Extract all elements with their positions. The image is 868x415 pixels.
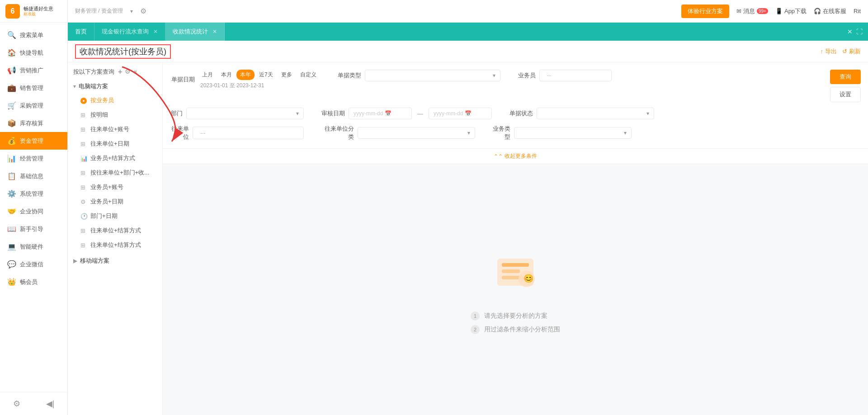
- scheme-settings-icon[interactable]: ⚙: [125, 68, 131, 76]
- main-area: 财务管理 / 资金管理 ▾ ⚙ 体验行业方案 ✉ 消息 99+ 📱 App下载 …: [68, 0, 868, 415]
- user-label[interactable]: Rit: [854, 8, 861, 14]
- business-type-select[interactable]: ▾: [514, 127, 632, 139]
- refresh-label: 刷新: [849, 47, 861, 56]
- counterpart-category-select[interactable]: ▾: [358, 127, 475, 139]
- scheme-partner-settlement2[interactable]: ⊞ 往来单位+结算方式: [68, 238, 162, 252]
- date-tab-this-month[interactable]: 本月: [217, 70, 236, 80]
- svg-rect-2: [502, 269, 520, 273]
- doc-type-select[interactable]: ▾: [365, 70, 500, 81]
- dept-date-icon: 🕐: [80, 213, 88, 220]
- scheme-salesperson-settlement[interactable]: 📊 业务员+结算方式: [68, 151, 162, 165]
- dept-select[interactable]: ▾: [186, 108, 304, 119]
- sidebar-item-hardware[interactable]: 💻 智能硬件: [0, 238, 67, 255]
- partner-date-icon: ⊞: [80, 141, 88, 147]
- tab-bank[interactable]: 现金银行流水查询 ✕: [94, 23, 165, 41]
- scheme-partner-dept-label: 按往来单位+部门+收...: [90, 169, 149, 177]
- tab-receipts[interactable]: 收款情况统计 ✕: [165, 23, 225, 41]
- mobile-scheme-header[interactable]: ▶ 移动端方案: [68, 254, 162, 268]
- sidebar-label-system: 系统管理: [20, 190, 43, 198]
- doc-type-chevron-icon: ▾: [493, 72, 495, 79]
- sidebar-item-inventory[interactable]: 📦 库存核算: [0, 114, 67, 132]
- export-button[interactable]: ↑ 导出: [821, 47, 837, 56]
- sidebar-label-guide: 新手引导: [20, 225, 43, 233]
- sidebar-item-guide[interactable]: 📖 新手引导: [0, 220, 67, 238]
- review-date-end-input[interactable]: yyyy-mm-dd 📅: [429, 108, 492, 119]
- partner-account-icon: ⊞: [80, 126, 88, 133]
- salesperson-select[interactable]: ···: [539, 70, 612, 81]
- salesperson-account-icon: ⊞: [80, 184, 88, 191]
- tab-bank-close-icon[interactable]: ✕: [153, 28, 158, 35]
- collapse-button[interactable]: ⌃⌃ 收起更多条件: [494, 152, 537, 160]
- doc-status-select[interactable]: ▾: [537, 108, 654, 119]
- message-button[interactable]: ✉ 消息 99+: [736, 7, 768, 15]
- scheme-salesperson-date[interactable]: ⚙ 业务员+日期: [68, 194, 162, 209]
- scheme-partner-dept-collect[interactable]: ⊞ 按往来单位+部门+收...: [68, 165, 162, 180]
- scheme-salesperson-account[interactable]: ⊞ 业务员+账号: [68, 180, 162, 194]
- sidebar-item-wechat[interactable]: 💬 企业微信: [0, 255, 67, 273]
- corp-icon: 🤝: [7, 207, 16, 216]
- scheme-partner-account[interactable]: ⊞ 往来单位+账号: [68, 122, 162, 137]
- tab-close-all-icon[interactable]: ✕: [847, 28, 853, 35]
- date-tab-this-year[interactable]: 本年: [236, 70, 255, 80]
- scheme-by-salesperson[interactable]: ● 按业务员: [68, 93, 162, 108]
- scheme-dept-date-label: 部门+日期: [90, 212, 118, 220]
- sidebar-label-inventory: 库存核算: [20, 119, 43, 127]
- date-tab-custom[interactable]: 自定义: [297, 70, 320, 80]
- dept-chevron-icon: ▾: [296, 110, 299, 117]
- scheme-partner-settlement1[interactable]: ⊞ 往来单位+结算方式: [68, 223, 162, 238]
- query-button[interactable]: 查询: [830, 70, 861, 84]
- scheme-salesperson-label: 按业务员: [90, 96, 114, 104]
- date-tab-more[interactable]: 更多: [278, 70, 296, 80]
- sidebar-collapse-button[interactable]: ◀|: [42, 397, 58, 410]
- sidebar-item-sales[interactable]: 💼 销售管理: [0, 79, 67, 97]
- sidebar-label-business: 经营管理: [20, 155, 43, 163]
- sidebar-settings-button[interactable]: ⚙: [9, 397, 24, 410]
- scheme-dept-date[interactable]: 🕐 部门+日期: [68, 209, 162, 223]
- sidebar-item-business[interactable]: 📊 经营管理: [0, 150, 67, 167]
- sidebar-item-basic[interactable]: 📋 基础信息: [0, 167, 67, 185]
- date-tab-last-month[interactable]: 上月: [198, 70, 217, 80]
- calendar-start-icon[interactable]: 📅: [385, 110, 392, 117]
- add-scheme-button[interactable]: +: [118, 68, 122, 76]
- tip-num-1: 1: [471, 311, 480, 321]
- filter-area: 单据日期 上月 本月 本年 近7天 更多 自定义 2023-01-01 至 20…: [163, 62, 868, 149]
- logo-text: 畅捷通好生意 标准版: [24, 5, 53, 17]
- page-title: 收款情况统计(按业务员): [75, 44, 171, 59]
- salesperson-date-icon: ⚙: [80, 198, 88, 205]
- scheme-partner-date[interactable]: ⊞ 往来单位+日期: [68, 137, 162, 151]
- right-panel: 单据日期 上月 本月 本年 近7天 更多 自定义 2023-01-01 至 20…: [163, 62, 868, 415]
- sidebar: 6 畅捷通好生意 标准版 🔍 搜索菜单 🏠 快捷导航 📢 营销推广 💼 销售管理…: [0, 0, 68, 415]
- sidebar-label-search: 搜索菜单: [20, 31, 43, 39]
- sidebar-item-marketing[interactable]: 📢 营销推广: [0, 61, 67, 79]
- collapse-panel-icon[interactable]: «: [133, 68, 137, 76]
- detail-scheme-icon: ⊞: [80, 112, 88, 118]
- trial-button[interactable]: 体验行业方案: [681, 5, 729, 18]
- sidebar-item-quicknav[interactable]: 🏠 快捷导航: [0, 44, 67, 61]
- sidebar-item-finance[interactable]: 💰 资金管理: [0, 132, 67, 150]
- doc-status-label: 单据状态: [508, 109, 533, 118]
- date-tab-7days[interactable]: 近7天: [255, 70, 277, 80]
- review-date-start-input[interactable]: yyyy-mm-dd 📅: [349, 108, 412, 119]
- date-label: 单据日期: [170, 75, 195, 84]
- tab-receipts-close-icon[interactable]: ✕: [212, 28, 217, 35]
- sidebar-item-purchase[interactable]: 🛒 采购管理: [0, 97, 67, 114]
- desktop-scheme-header[interactable]: ▾ 电脑端方案: [68, 80, 162, 93]
- collapse-label: 收起更多条件: [505, 152, 537, 160]
- app-download-button[interactable]: 📱 App下载: [775, 7, 807, 15]
- counterpart-select[interactable]: ···: [193, 127, 304, 139]
- refresh-button[interactable]: ↺ 刷新: [842, 47, 861, 56]
- tab-home[interactable]: 首页: [68, 23, 94, 41]
- date-tabs: 上月 本月 本年 近7天 更多 自定义: [198, 70, 320, 80]
- sidebar-item-system[interactable]: ⚙️ 系统管理: [0, 185, 67, 203]
- salesperson-scheme-icon: ●: [80, 97, 88, 104]
- scheme-by-detail[interactable]: ⊞ 按明细: [68, 108, 162, 122]
- tab-expand-icon[interactable]: ⛶: [856, 28, 863, 35]
- partner-dept-icon: ⊞: [80, 170, 88, 176]
- sidebar-item-member[interactable]: 👑 畅会员: [0, 273, 67, 291]
- service-button[interactable]: 🎧 在线客服: [814, 7, 846, 15]
- calendar-end-icon[interactable]: 📅: [465, 110, 472, 117]
- setting-button[interactable]: 设置: [830, 87, 861, 102]
- sidebar-item-corp[interactable]: 🤝 企业协同: [0, 203, 67, 220]
- topbar-settings-icon[interactable]: ⚙: [140, 7, 146, 15]
- sidebar-item-search[interactable]: 🔍 搜索菜单: [0, 26, 67, 44]
